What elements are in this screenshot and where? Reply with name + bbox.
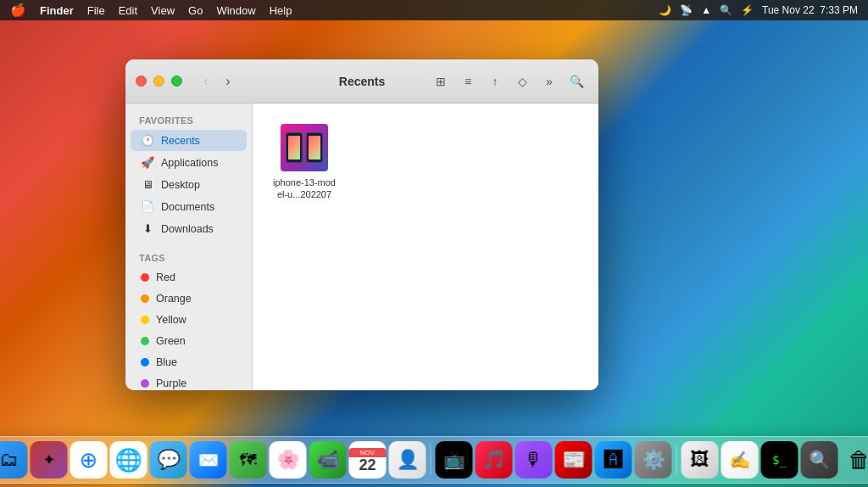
red-dot <box>141 273 149 282</box>
sidebar-label-downloads: Downloads <box>161 223 214 235</box>
dock-trash[interactable]: 🗑 <box>841 441 869 479</box>
file-name: iphone-13-model-u...202207 <box>273 176 336 201</box>
phone-image-1 <box>286 132 303 163</box>
maximize-button[interactable] <box>171 76 182 87</box>
clock: Tue Nov 22 7:33 PM <box>762 4 858 16</box>
forward-button[interactable]: › <box>218 71 238 92</box>
finder-window: ‹ › Recents ⊞ ≡ ↑ ◇ » 🔍 Favorites 🕐 Rece… <box>125 59 598 390</box>
menu-window[interactable]: Window <box>216 4 255 17</box>
tag-label-green: Green <box>156 335 186 347</box>
traffic-lights <box>136 76 182 87</box>
sidebar-label-applications: Applications <box>161 157 218 169</box>
tag-label-yellow: Yellow <box>156 314 186 326</box>
menubar-right: 🌙 📡 ▲ 🔍 ⚡ Tue Nov 22 7:33 PM <box>659 4 858 16</box>
window-title: Recents <box>339 75 385 88</box>
documents-icon: 📄 <box>141 200 154 213</box>
app-name-label[interactable]: Finder <box>40 4 74 17</box>
battery-icon[interactable]: ⚡ <box>741 4 754 16</box>
file-icon-inner <box>286 132 323 163</box>
dock-music[interactable]: 🎵 <box>476 441 513 479</box>
purple-dot <box>141 379 149 388</box>
dock-chrome[interactable]: 🌐 <box>110 441 147 479</box>
apple-menu[interactable]: 🍎 <box>10 3 26 18</box>
menubar: 🍎 Recents Finder File Edit View Go Windo… <box>0 0 868 20</box>
sidebar-item-orange[interactable]: Orange <box>131 288 247 309</box>
desktop-icon: 🖥 <box>141 178 154 191</box>
dock: 🗂 ✦ ⊕ 🌐 💬 ✉️ 🗺 🌸 📹 NOV 22 👤 📺 🎵 🎙 📰 🅰 ⚙️… <box>0 436 868 484</box>
favorites-label: Favorites <box>125 110 252 129</box>
icon-view-button[interactable]: ⊞ <box>429 71 453 92</box>
sidebar-label-desktop: Desktop <box>161 179 200 191</box>
dock-facetime[interactable]: 📹 <box>309 441 347 479</box>
wifi-icon[interactable]: ▲ <box>701 4 711 16</box>
dock-terminal[interactable]: $_ <box>761 441 798 479</box>
menu-file[interactable]: File <box>87 4 105 17</box>
orange-dot <box>141 294 149 303</box>
sidebar: Favorites 🕐 Recents 🚀 Applications 🖥 Des… <box>125 104 253 390</box>
dock-messages[interactable]: 💬 <box>150 441 187 479</box>
dock-finder[interactable]: 🗂 <box>0 441 28 479</box>
sidebar-item-applications[interactable]: 🚀 Applications <box>131 152 247 173</box>
dock-system-preferences[interactable]: ⚙️ <box>635 441 672 479</box>
desktop: 🍎 Recents Finder File Edit View Go Windo… <box>0 0 868 487</box>
window-body: Favorites 🕐 Recents 🚀 Applications 🖥 Des… <box>125 104 598 390</box>
dock-contacts[interactable]: 👤 <box>389 441 426 479</box>
sidebar-item-recents[interactable]: 🕐 Recents <box>131 130 247 151</box>
downloads-icon: ⬇ <box>141 222 154 235</box>
tag-label-purple: Purple <box>156 378 186 389</box>
menu-view[interactable]: View <box>151 4 175 17</box>
dark-mode-icon[interactable]: 🌙 <box>659 4 671 16</box>
dock-calendar[interactable]: NOV 22 <box>349 441 387 479</box>
sidebar-item-blue[interactable]: Blue <box>131 352 247 372</box>
close-button[interactable] <box>136 76 147 87</box>
toolbar-right: ⊞ ≡ ↑ ◇ » 🔍 <box>429 71 588 92</box>
sidebar-item-yellow[interactable]: Yellow <box>131 310 247 330</box>
file-area[interactable]: iphone-13-model-u...202207 <box>253 104 598 390</box>
search-button[interactable]: 🔍 <box>565 71 588 92</box>
sidebar-label-documents: Documents <box>161 201 214 213</box>
tag-button[interactable]: ◇ <box>510 71 534 92</box>
sidebar-item-red[interactable]: Red <box>131 267 247 288</box>
tag-label-blue: Blue <box>156 356 177 368</box>
view-options-button[interactable]: ≡ <box>456 71 480 92</box>
dock-photos[interactable]: 🌸 <box>270 441 307 479</box>
control-center-icon[interactable]: 📡 <box>680 4 693 16</box>
menu-help[interactable]: Help <box>270 4 292 17</box>
search-icon[interactable]: 🔍 <box>720 4 732 16</box>
file-icon <box>281 124 328 171</box>
dock-ql[interactable]: 🔍 <box>801 441 838 479</box>
tag-label-red: Red <box>156 271 175 283</box>
file-item-iphone[interactable]: iphone-13-model-u...202207 <box>266 117 342 208</box>
dock-launchpad[interactable]: ✦ <box>31 441 68 479</box>
green-dot <box>141 337 149 345</box>
share-button[interactable]: ↑ <box>483 71 507 92</box>
dock-divider-2 <box>676 445 677 475</box>
sidebar-item-downloads[interactable]: ⬇ Downloads <box>131 218 247 239</box>
more-button[interactable]: » <box>537 71 561 92</box>
dock-appstore[interactable]: 🅰 <box>595 441 632 479</box>
dock-safari[interactable]: ⊕ <box>70 441 108 479</box>
menubar-left: 🍎 Recents Finder File Edit View Go Windo… <box>10 3 292 18</box>
back-button[interactable]: ‹ <box>196 71 216 92</box>
title-bar: ‹ › Recents ⊞ ≡ ↑ ◇ » 🔍 <box>125 59 598 104</box>
dock-preview[interactable]: 🖼 <box>682 441 719 479</box>
nav-buttons: ‹ › <box>196 71 238 92</box>
dock-divider <box>431 445 431 475</box>
menu-edit[interactable]: Edit <box>119 4 137 17</box>
tags-label: Tags <box>125 248 252 266</box>
tag-label-orange: Orange <box>156 293 192 305</box>
yellow-dot <box>141 316 149 324</box>
dock-script-editor[interactable]: ✍ <box>721 441 759 479</box>
sidebar-item-purple[interactable]: Purple <box>131 373 247 390</box>
dock-mail[interactable]: ✉️ <box>190 441 227 479</box>
sidebar-item-green[interactable]: Green <box>131 331 247 351</box>
recents-icon: 🕐 <box>141 134 154 147</box>
minimize-button[interactable] <box>153 76 164 87</box>
sidebar-item-documents[interactable]: 📄 Documents <box>131 196 247 217</box>
dock-maps[interactable]: 🗺 <box>230 441 267 479</box>
menu-go[interactable]: Go <box>188 4 203 17</box>
dock-appletv[interactable]: 📺 <box>436 441 473 479</box>
sidebar-item-desktop[interactable]: 🖥 Desktop <box>131 174 247 195</box>
dock-news[interactable]: 📰 <box>555 441 593 479</box>
dock-podcasts[interactable]: 🎙 <box>515 441 553 479</box>
